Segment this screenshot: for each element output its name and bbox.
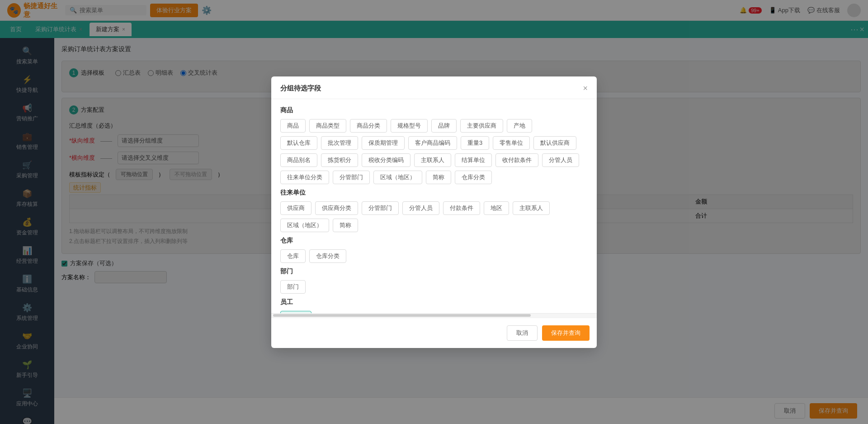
field-select-dialog: 分组待选字段 × 商品 商品 商品类型 商品分类 规格型号 品牌 主要供应商 产… [271,76,597,348]
field-tags-dept: 部门 [280,280,588,294]
field-tag-supervisor2[interactable]: 分管人员 [402,201,439,215]
dialog-cancel-btn[interactable]: 取消 [507,325,538,341]
field-tag-product-brand[interactable]: 品牌 [431,119,457,133]
field-tag-product-type[interactable]: 商品类型 [309,119,346,133]
field-tag-dept-managed[interactable]: 分管部门 [333,171,370,184]
field-tags-product-4: 往来单位分类 分管部门 区域（地区） 简称 仓库分类 [280,171,588,184]
dialog-confirm-btn[interactable]: 保存并查询 [542,325,590,341]
field-tag-supervisor[interactable]: 分管人员 [542,153,579,167]
dialog-hscroll[interactable] [271,313,597,317]
field-tag-tax-code[interactable]: 税收分类编码 [362,153,410,167]
field-tag-product-category[interactable]: 商品分类 [350,119,387,133]
field-tags-product: 商品 商品类型 商品分类 规格型号 品牌 主要供应商 产地 [280,119,588,133]
field-tag-dept[interactable]: 部门 [280,280,306,294]
field-tag-short-name2[interactable]: 简称 [333,219,358,232]
field-tag-product-goods[interactable]: 商品 [280,119,306,133]
field-tag-region[interactable]: 区域（地区） [373,171,422,184]
group-title-warehouse: 仓库 [280,237,588,245]
hscroll-thumb [273,314,531,317]
field-tag-supplier[interactable]: 供应商 [280,201,311,215]
field-tag-payment-terms[interactable]: 收付款条件 [495,153,538,167]
field-tag-payment-terms2[interactable]: 付款条件 [443,201,480,215]
field-tag-product-main-supplier[interactable]: 主要供应商 [460,119,503,133]
dialog-footer: 取消 保存并查询 [271,318,597,348]
field-tag-supplier-category[interactable]: 供应商分类 [315,201,358,215]
field-tag-warehouse-cat[interactable]: 仓库分类 [309,249,346,263]
group-title-product: 商品 [280,106,588,114]
field-tag-main-contact2[interactable]: 主联系人 [513,201,550,215]
field-tag-default-supplier[interactable]: 默认供应商 [533,136,576,150]
dialog-header: 分组待选字段 × [271,76,597,99]
field-tag-default-warehouse[interactable]: 默认仓库 [280,136,317,150]
field-tag-customer-code[interactable]: 客户商品编码 [408,136,457,150]
field-tag-warehouse[interactable]: 仓库 [280,249,306,263]
dialog-close-btn[interactable]: × [583,84,588,93]
field-tag-shelf-life[interactable]: 保质期管理 [362,136,405,150]
field-tag-warehouse-category[interactable]: 仓库分类 [455,171,492,184]
field-tags-partner-2: 区域（地区） 简称 [280,219,588,232]
field-tags-partner-1: 供应商 供应商分类 分管部门 分管人员 付款条件 地区 主联系人 [280,201,588,215]
field-tags-product-2: 默认仓库 批次管理 保质期管理 客户商品编码 重量3 零售单位 默认供应商 [280,136,588,150]
group-title-partner: 往来单位 [280,189,588,197]
field-tag-dept-managed2[interactable]: 分管部门 [362,201,399,215]
field-tag-product-origin[interactable]: 产地 [507,119,532,133]
field-tag-region2[interactable]: 地区 [484,201,509,215]
dialog-title: 分组待选字段 [280,84,321,93]
dialog-body: 商品 商品 商品类型 商品分类 规格型号 品牌 主要供应商 产地 默认仓库 批次… [271,99,597,314]
field-tag-weight3[interactable]: 重量3 [461,136,489,150]
group-title-employee: 员工 [280,298,588,306]
field-tag-short-name[interactable]: 简称 [426,171,451,184]
field-tags-warehouse: 仓库 仓库分类 [280,249,588,263]
field-tag-retail-unit[interactable]: 零售单位 [493,136,530,150]
group-title-dept: 部门 [280,267,588,276]
field-tag-alias[interactable]: 商品别名 [280,153,317,167]
field-tag-main-contact[interactable]: 主联系人 [414,153,451,167]
field-tag-product-spec[interactable]: 规格型号 [391,119,428,133]
field-tag-region3[interactable]: 区域（地区） [280,219,329,232]
field-tags-product-3: 商品别名 拣货积分 税收分类编码 主联系人 结算单位 收付款条件 分管人员 [280,153,588,167]
field-tag-batch-mgmt[interactable]: 批次管理 [321,136,358,150]
field-tag-pick-score[interactable]: 拣货积分 [321,153,358,167]
dialog-overlay: 分组待选字段 × 商品 商品 商品类型 商品分类 规格型号 品牌 主要供应商 产… [0,0,868,424]
field-tag-settlement-unit[interactable]: 结算单位 [455,153,492,167]
field-tag-partner-category[interactable]: 往来单位分类 [280,171,329,184]
